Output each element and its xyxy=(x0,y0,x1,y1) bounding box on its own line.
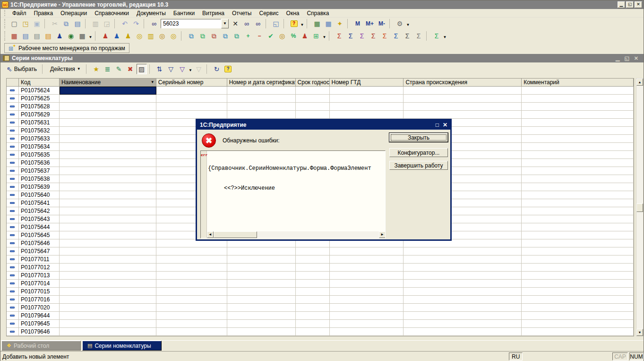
cell-code[interactable]: P01077011 xyxy=(19,255,60,264)
cell-comment[interactable] xyxy=(522,95,634,103)
sort-button[interactable]: ⇅ xyxy=(155,64,165,74)
cell-name[interactable] xyxy=(60,151,156,159)
scroll-down-button[interactable]: ▼ xyxy=(636,329,643,336)
cell-code[interactable]: P01075634 xyxy=(19,143,60,151)
cell-expiry[interactable] xyxy=(296,247,330,255)
cell-code[interactable]: P01077015 xyxy=(19,288,60,296)
refresh-button[interactable]: ↻ xyxy=(212,64,222,74)
filter-window-button[interactable]: ▽ xyxy=(166,64,176,74)
table-row[interactable]: P01079646 xyxy=(7,328,634,336)
menu-reports[interactable]: Отчеты xyxy=(228,9,255,17)
table-row[interactable]: P01077012 xyxy=(7,264,634,272)
cell-name[interactable] xyxy=(60,167,156,175)
cell-comment[interactable] xyxy=(522,239,634,247)
cell-code[interactable]: P01075639 xyxy=(19,183,60,191)
cell-certificate[interactable] xyxy=(227,103,296,111)
cell-country[interactable] xyxy=(404,304,522,312)
cell-gtd[interactable] xyxy=(330,328,404,336)
report-doc-button[interactable]: Σ xyxy=(402,31,412,41)
paste-button[interactable]: ▤ xyxy=(72,18,83,29)
cell-name[interactable] xyxy=(60,288,156,296)
horizontal-scrollbar[interactable]: ◄ ► xyxy=(207,231,385,238)
cell-code[interactable]: P01075624 xyxy=(19,87,60,95)
cell-comment[interactable] xyxy=(522,143,634,151)
menu-bantiki[interactable]: Бантики xyxy=(170,9,198,17)
money-scales-button[interactable]: ◉ xyxy=(66,31,76,41)
filter-settings-button-dropdown[interactable]: ▼ xyxy=(188,64,193,74)
doc-report-button[interactable]: ⧉ xyxy=(209,31,219,41)
cell-serial[interactable] xyxy=(156,264,227,272)
cell-code[interactable]: P01075647 xyxy=(19,247,60,255)
calendar-button[interactable]: ▦ xyxy=(323,18,334,29)
payment-button[interactable]: ◎ xyxy=(157,31,167,41)
cell-gtd[interactable] xyxy=(330,280,404,288)
scrollbar-thumb[interactable] xyxy=(214,231,257,238)
cell-serial[interactable] xyxy=(156,320,227,328)
cell-gtd[interactable] xyxy=(330,264,404,272)
cell-serial[interactable] xyxy=(156,247,227,255)
memory-plus-button[interactable]: М+ xyxy=(364,18,376,29)
cell-name[interactable] xyxy=(60,159,156,167)
cell-expiry[interactable] xyxy=(296,264,330,272)
cell-code[interactable]: P01075637 xyxy=(19,167,60,175)
cell-gtd[interactable] xyxy=(330,288,404,296)
column-header-serial[interactable]: Серийный номер xyxy=(156,79,227,87)
redo-button[interactable]: ↷ xyxy=(131,18,141,29)
column-header-certificate[interactable]: Номер и дата сертификата xyxy=(227,79,296,87)
cell-comment[interactable] xyxy=(522,223,634,231)
add-copy-button[interactable]: ≣ xyxy=(103,64,113,74)
cell-serial[interactable] xyxy=(156,296,227,304)
memory-minus-button[interactable]: М- xyxy=(377,18,387,29)
restore-button[interactable]: ◱ xyxy=(626,1,634,8)
cell-code[interactable]: P01075641 xyxy=(19,199,60,207)
cell-name[interactable] xyxy=(60,207,156,215)
cell-name[interactable] xyxy=(60,119,156,127)
cell-name[interactable] xyxy=(60,215,156,223)
edit-item-button[interactable]: ✎ xyxy=(114,64,124,74)
menu-vitrina[interactable]: Витрина xyxy=(198,9,228,17)
cell-name[interactable] xyxy=(60,247,156,255)
table-row[interactable]: P01075629 xyxy=(7,111,634,119)
cell-code[interactable]: P01075642 xyxy=(19,207,60,215)
cell-comment[interactable] xyxy=(522,167,634,175)
cell-comment[interactable] xyxy=(522,191,634,199)
cell-code[interactable]: P01075628 xyxy=(19,103,60,111)
cell-serial[interactable] xyxy=(156,87,227,95)
minimize-button[interactable]: ▁ xyxy=(618,1,625,8)
cell-certificate[interactable] xyxy=(227,111,296,119)
buyer-order-button[interactable]: ♟ xyxy=(100,31,111,41)
cell-comment[interactable] xyxy=(522,175,634,183)
report-check-button[interactable]: Σ xyxy=(431,31,442,41)
scroll-up-button[interactable]: ▲ xyxy=(636,79,643,86)
cell-code[interactable]: P01075629 xyxy=(19,111,60,119)
cell-name[interactable] xyxy=(60,111,156,119)
cell-expiry[interactable] xyxy=(296,95,330,103)
report-person-violet-button[interactable]: Σ xyxy=(357,31,367,41)
table-row[interactable]: P01079644 xyxy=(7,312,634,320)
scrollbar-thumb[interactable] xyxy=(636,203,643,212)
fiscal-printer-button[interactable]: ▤ xyxy=(20,31,31,41)
child-close-button[interactable]: ✕ xyxy=(634,55,638,62)
table-row[interactable]: P01077014 xyxy=(7,280,634,288)
cell-comment[interactable] xyxy=(522,280,634,288)
table-row[interactable]: P01077020 xyxy=(7,304,634,312)
cell-certificate[interactable] xyxy=(227,312,296,320)
column-header-code[interactable]: Код xyxy=(19,79,60,87)
structure-tree-button[interactable]: ⊞ xyxy=(311,31,321,41)
report-person-blue-button[interactable]: Σ xyxy=(345,31,356,41)
memory-button[interactable]: М xyxy=(352,18,363,29)
table-row[interactable]: P01075628 xyxy=(7,103,634,111)
cell-gtd[interactable] xyxy=(330,272,404,280)
cell-country[interactable] xyxy=(404,312,522,320)
buyer-invoice-button[interactable]: ♟ xyxy=(112,31,122,41)
menu-help[interactable]: Справка xyxy=(303,9,333,17)
menu-catalogs[interactable]: Справочники xyxy=(91,9,133,17)
cell-code[interactable]: P01075646 xyxy=(19,239,60,247)
cell-serial[interactable] xyxy=(156,288,227,296)
cell-country[interactable] xyxy=(404,95,522,103)
cell-country[interactable] xyxy=(404,272,522,280)
child-minimize-button[interactable]: ▁ xyxy=(616,55,619,62)
cell-code[interactable]: P01077012 xyxy=(19,264,60,272)
column-header-comment[interactable]: Комментарий xyxy=(522,79,634,87)
counterparties-button[interactable]: ♟ xyxy=(54,31,65,41)
